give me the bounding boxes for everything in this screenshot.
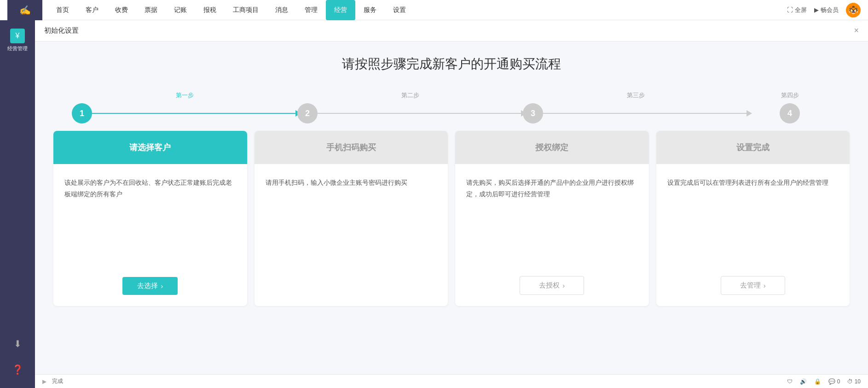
download-button[interactable]: ⬇ [10, 335, 25, 353]
arrow3 [746, 110, 752, 117]
nav-item-ticket[interactable]: 票据 [136, 0, 166, 20]
go-manage-label: 去管理 [740, 281, 761, 290]
avatar[interactable]: 🐯 [846, 3, 861, 18]
sidebar: ¥ 经营管理 ⬇ ❓ [0, 20, 35, 388]
nav-item-client[interactable]: 客户 [77, 0, 107, 20]
page-header: 初始化设置 × [35, 20, 868, 41]
step2-label: 第二步 [401, 91, 419, 100]
play-icon: ▶ [42, 378, 46, 385]
connector2 [318, 113, 523, 114]
sidebar-label-operation: 经营管理 [7, 45, 28, 52]
nav-item-operation[interactable]: 经营 [326, 0, 355, 20]
go-manage-button[interactable]: 去管理 › [721, 276, 785, 295]
step1-circle: 1 [72, 103, 92, 123]
card3-body: 请先购买，购买后选择开通的产品中的企业用户进行授权绑定，成功后即可进行经营管理 [455, 168, 649, 276]
status-bar-right: 🛡 🔊 🔒 💬 0 ⏱ 10 [787, 378, 861, 385]
go-select-arrow: › [161, 282, 163, 290]
card2-header: 手机扫码购买 [255, 131, 448, 164]
step3-label: 第三步 [627, 91, 645, 100]
app-logo: ✍ [7, 0, 42, 20]
connector1 [92, 113, 297, 114]
status-bar: ▶ 完成 🛡 🔊 🔒 💬 0 ⏱ 10 [35, 374, 868, 388]
help-button[interactable]: ❓ [8, 360, 27, 379]
yen-icon: ¥ [10, 29, 25, 43]
fullscreen-icon: ⛶ [787, 6, 793, 13]
main-content: 初始化设置 × 请按照步骤完成新客户的开通购买流程 第一步 1 [35, 20, 868, 388]
step3-circle: 3 [523, 103, 543, 123]
nav-right: ⛶ 全屏 ▶ 畅会员 🐯 [787, 3, 861, 18]
nav-item-bookkeep[interactable]: 记账 [166, 0, 195, 20]
sidebar-item-operation[interactable]: ¥ 经营管理 [0, 24, 35, 57]
avatar-icon: 🐯 [848, 5, 858, 15]
go-authorize-button[interactable]: 去授权 › [520, 276, 584, 295]
card-step3: 授权绑定 请先购买，购买后选择开通的产品中的企业用户进行授权绑定，成功后即可进行… [455, 131, 649, 306]
card1-footer: 去选择 › [53, 277, 247, 295]
card4-body: 设置完成后可以在管理列表进行所有企业用户的经营管理 [656, 168, 850, 276]
page-title: 初始化设置 [44, 26, 79, 35]
step4-label: 第四步 [781, 91, 799, 100]
card3-footer: 去授权 › [455, 276, 649, 295]
go-authorize-label: 去授权 [539, 281, 560, 290]
nav-item-settings[interactable]: 设置 [385, 0, 414, 20]
fullscreen-button[interactable]: ⛶ 全屏 [787, 6, 807, 14]
card3-header: 授权绑定 [455, 131, 649, 164]
go-authorize-arrow: › [562, 282, 565, 289]
card1-header: 请选择客户 [53, 131, 247, 164]
card-step2: 手机扫码购买 请用手机扫码，输入小微企业主账号密码进行购买 [255, 131, 448, 306]
card1-body: 该处展示的客户为不在回收站、客户状态正常建账后完成老板端绑定的所有客户 [53, 168, 247, 277]
go-select-button[interactable]: 去选择 › [122, 277, 178, 295]
go-manage-arrow: › [764, 282, 766, 289]
workflow-container: 请按照步骤完成新客户的开通购买流程 第一步 1 [35, 41, 868, 374]
card-step4: 设置完成 设置完成后可以在管理列表进行所有企业用户的经营管理 去管理 › [656, 131, 850, 306]
logo-icon: ✍ [19, 5, 31, 16]
shield-icon: 🛡 [787, 378, 793, 385]
vip-icon: ▶ [814, 6, 819, 13]
volume-icon: 🔊 [800, 378, 807, 385]
message-count: 💬 0 [828, 378, 840, 385]
nav-item-home[interactable]: 首页 [48, 0, 77, 20]
top-navigation: ✍ 首页 客户 收费 票据 记账 报税 工商项目 消息 管理 经营 服务 设置 … [0, 0, 868, 20]
card2-body: 请用手机扫码，输入小微企业主账号密码进行购买 [255, 168, 448, 295]
connector3 [543, 113, 748, 114]
cards-row: 请选择客户 该处展示的客户为不在回收站、客户状态正常建账后完成老板端绑定的所有客… [53, 131, 850, 306]
nav-item-fee[interactable]: 收费 [107, 0, 136, 20]
nav-item-message[interactable]: 消息 [267, 0, 296, 20]
nav-item-tax[interactable]: 报税 [195, 0, 225, 20]
lock-icon: 🔒 [814, 378, 821, 385]
card-step1: 请选择客户 该处展示的客户为不在回收站、客户状态正常建账后完成老板端绑定的所有客… [53, 131, 247, 306]
nav-item-service[interactable]: 服务 [355, 0, 385, 20]
step2-circle: 2 [297, 103, 318, 123]
nav-items: 首页 客户 收费 票据 记账 报税 工商项目 消息 管理 经营 服务 设置 [48, 0, 787, 20]
nav-item-manage[interactable]: 管理 [296, 0, 326, 20]
time-count: ⏱ 10 [847, 378, 861, 385]
close-button[interactable]: × [854, 26, 859, 35]
card4-header: 设置完成 [656, 131, 850, 164]
vip-button[interactable]: ▶ 畅会员 [814, 6, 839, 14]
go-select-label: 去选择 [137, 282, 158, 290]
card4-footer: 去管理 › [656, 276, 850, 295]
status-label: 完成 [52, 377, 63, 385]
workflow-title: 请按照步骤完成新客户的开通购买流程 [53, 55, 850, 73]
step4-circle: 4 [780, 103, 800, 123]
step1-label: 第一步 [176, 91, 194, 100]
nav-item-industry[interactable]: 工商项目 [225, 0, 267, 20]
